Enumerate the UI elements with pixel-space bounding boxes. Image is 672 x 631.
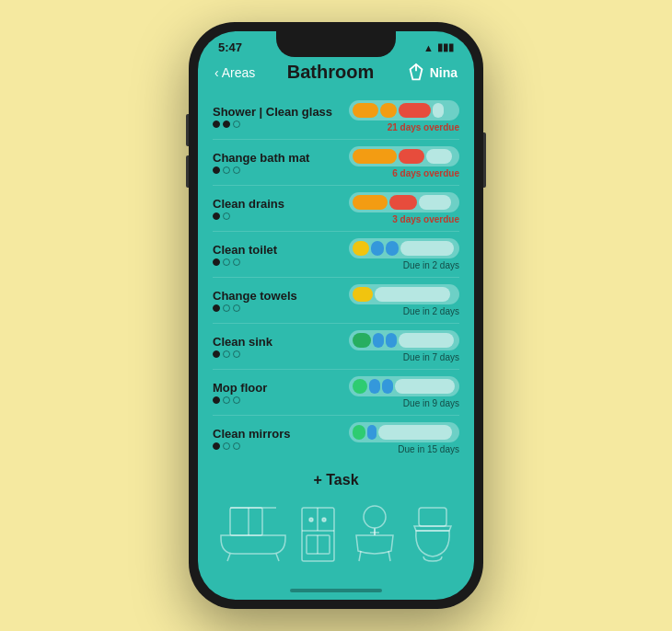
progress-segment-empty xyxy=(378,425,452,440)
progress-segment xyxy=(353,195,388,210)
progress-segment-empty xyxy=(399,333,454,348)
back-chevron-icon: ‹ xyxy=(214,65,219,80)
task-progress: 21 days overdue xyxy=(349,100,459,132)
home-indicator[interactable] xyxy=(290,589,382,592)
task-info: Change towels xyxy=(213,289,297,312)
sink-icon xyxy=(347,503,402,563)
progress-segment xyxy=(380,103,397,118)
dot xyxy=(223,396,230,404)
task-row[interactable]: Change towels Due in 2 days xyxy=(213,278,459,324)
task-row[interactable]: Clean sink Due in 7 days xyxy=(213,324,459,370)
task-dots xyxy=(213,350,272,358)
progress-segment xyxy=(373,333,384,348)
svg-point-14 xyxy=(364,506,386,528)
progress-bar xyxy=(349,422,459,442)
task-info: Clean mirrors xyxy=(213,427,291,450)
dot xyxy=(233,120,240,128)
task-dots xyxy=(213,396,267,404)
task-dots xyxy=(213,304,297,312)
svg-line-6 xyxy=(276,554,279,561)
progress-segment xyxy=(367,425,377,440)
task-due-label: Due in 9 days xyxy=(349,398,459,408)
volume-up-button xyxy=(186,114,189,146)
progress-segment xyxy=(353,333,371,348)
task-dots xyxy=(213,442,291,450)
task-row[interactable]: Clean toilet Due in 2 days xyxy=(213,232,459,278)
task-name: Mop floor xyxy=(213,381,267,395)
dot xyxy=(233,442,240,450)
power-button xyxy=(483,132,486,188)
task-due-label: Due in 2 days xyxy=(349,260,459,270)
progress-segment xyxy=(386,241,399,256)
task-due-label: 6 days overdue xyxy=(349,168,459,178)
task-name: Clean sink xyxy=(213,335,272,349)
task-row[interactable]: Mop floor Due in 9 days xyxy=(213,370,459,416)
progress-segment xyxy=(399,149,424,164)
dot xyxy=(233,350,240,358)
progress-bar xyxy=(349,100,459,120)
task-dots xyxy=(213,120,332,128)
svg-rect-3 xyxy=(230,508,262,535)
svg-line-5 xyxy=(227,554,230,561)
dot xyxy=(233,304,240,312)
status-time: 5:47 xyxy=(218,40,242,54)
dot xyxy=(213,120,220,128)
progress-bar xyxy=(349,146,459,166)
dot xyxy=(213,258,220,266)
task-row[interactable]: Shower | Clean glass 21 days overdue xyxy=(213,94,459,140)
task-name: Change bath mat xyxy=(213,151,309,165)
task-row[interactable]: Clean drains 3 days overdue xyxy=(213,186,459,232)
task-progress: Due in 9 days xyxy=(349,376,459,408)
progress-segment xyxy=(382,379,393,394)
progress-bar xyxy=(349,376,459,396)
dot xyxy=(223,120,230,128)
task-name: Clean toilet xyxy=(213,243,277,257)
user-profile[interactable]: Nina xyxy=(406,63,458,83)
progress-segment xyxy=(371,241,384,256)
add-task-button[interactable]: + Task xyxy=(198,461,474,496)
dot xyxy=(223,258,230,266)
back-button[interactable]: ‹ Areas xyxy=(214,65,255,80)
user-icon xyxy=(406,63,426,83)
notch xyxy=(276,31,396,57)
progress-segment xyxy=(399,103,431,118)
progress-segment xyxy=(353,103,378,118)
cabinet-icon xyxy=(297,503,339,563)
phone-screen: 5:47 ▲ ▮▮▮ ‹ Areas Bathroom Nina xyxy=(198,31,474,600)
progress-bar xyxy=(349,238,459,258)
task-row[interactable]: Change bath mat 6 days overdue xyxy=(213,140,459,186)
task-progress: 6 days overdue xyxy=(349,146,459,178)
dot xyxy=(213,166,220,174)
task-name: Change towels xyxy=(213,289,297,303)
status-icons: ▲ ▮▮▮ xyxy=(423,41,454,53)
task-dots xyxy=(213,166,309,174)
svg-rect-20 xyxy=(419,508,446,526)
progress-segment-empty xyxy=(395,379,455,394)
back-label: Areas xyxy=(222,65,256,80)
progress-segment xyxy=(389,195,417,210)
svg-point-10 xyxy=(309,518,313,522)
progress-segment xyxy=(353,149,397,164)
progress-segment-empty xyxy=(433,103,444,118)
task-info: Clean drains xyxy=(213,197,284,220)
dot xyxy=(213,304,220,312)
dot xyxy=(223,350,230,358)
dot xyxy=(213,212,220,220)
task-due-label: Due in 15 days xyxy=(349,444,459,454)
toilet-icon xyxy=(410,503,456,563)
task-due-label: 21 days overdue xyxy=(349,122,459,132)
task-row[interactable]: Clean mirrors Due in 15 days xyxy=(213,416,459,461)
task-info: Shower | Clean glass xyxy=(213,105,332,128)
progress-segment-empty xyxy=(400,241,454,256)
svg-line-19 xyxy=(388,551,390,561)
dot xyxy=(223,304,230,312)
page-title: Bathroom xyxy=(287,62,374,83)
battery-icon: ▮▮▮ xyxy=(437,41,454,53)
progress-segment-empty xyxy=(426,149,452,164)
task-progress: Due in 2 days xyxy=(349,238,459,270)
dot xyxy=(223,442,230,450)
progress-segment xyxy=(353,241,369,256)
dot xyxy=(233,166,240,174)
progress-segment-empty xyxy=(375,287,450,302)
task-due-label: 3 days overdue xyxy=(349,214,459,224)
